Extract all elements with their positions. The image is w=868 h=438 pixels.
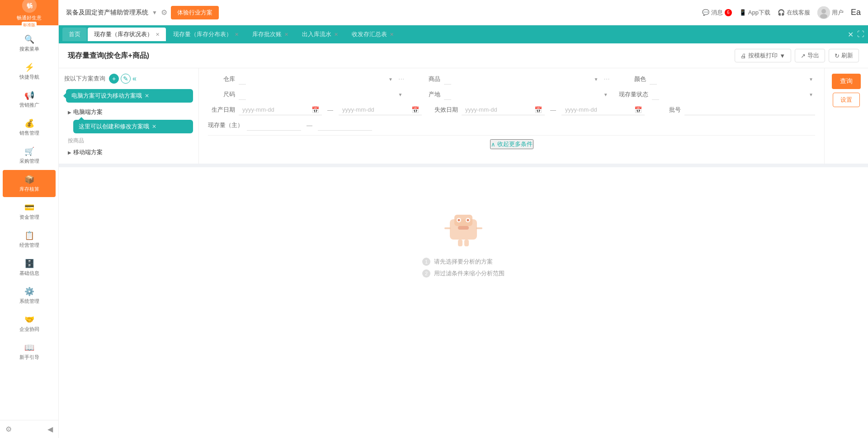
message-item[interactable]: 💬 消息 6 [702,9,732,17]
exp-date-end-input[interactable] [561,104,645,115]
origin-select-wrapper [444,89,609,100]
enterprise-icon: 🤝 [24,315,34,325]
edit-scheme-btn[interactable]: ✎ [121,74,131,84]
sidebar-item-operation[interactable]: 📋 经营管理 [3,226,56,253]
sidebar-item-label-purchase: 采购管理 [19,158,39,165]
sidebar-collapse-icon[interactable]: ◀ [47,425,53,433]
sub-scheme-item: 按商品 [64,137,193,145]
user-avatar [817,6,830,19]
stock-qty-max-input[interactable] [318,120,372,131]
pc-scheme-item[interactable]: ▶ 电脑端方案 [64,106,193,118]
warehouse-label: 仓库 [208,75,235,83]
goods-dots[interactable]: ··· [604,75,609,83]
tab-inventory-dist[interactable]: 现存量（库存分布表） ✕ [167,28,245,41]
print-label: 按模板打印 [748,52,778,60]
tab-batch-account-close[interactable]: ✕ [284,32,288,38]
tab-close-all-icon[interactable]: ✕ [848,30,854,39]
batch-label: 批号 [654,106,681,114]
query-button[interactable]: 查询 [832,74,861,89]
ea-label: Ea [851,8,861,17]
svg-rect-15 [464,240,469,246]
user-label: 用户 [832,9,844,17]
collapse-button[interactable]: ∧ 收起更多条件 [490,139,533,149]
empty-tip2-text: 用过滤条件来缩小分析范围 [434,269,505,278]
sidebar-item-label-sales: 销售管理 [19,130,39,137]
export-button[interactable]: ↗ 导出 [795,49,825,62]
warehouse-dots[interactable]: ··· [398,75,404,83]
sidebar-item-purchase[interactable]: 🛒 采购管理 [3,142,56,169]
header-gear-icon[interactable]: ⚙ [161,8,167,17]
prod-date-calendar-icon[interactable]: 📅 [311,106,319,113]
filter-grid-row3: 生产日期 📅 — 📅 [208,104,815,115]
header-dropdown-icon[interactable]: ▼ [152,9,157,16]
sidebar-item-system[interactable]: ⚙️ 系统管理 [3,282,56,309]
settings-button[interactable]: 设置 [833,93,860,107]
prod-date-end-input[interactable] [339,104,422,115]
warehouse-select[interactable] [239,74,246,85]
goods-select[interactable] [444,74,451,85]
sidebar-item-marketing[interactable]: 📢 营销推广 [3,86,56,113]
collapse-label: 收起更多条件 [497,140,533,148]
sidebar-item-finance[interactable]: 💳 资金管理 [3,198,56,225]
sidebar-settings-icon[interactable]: ⚙ [5,425,12,433]
marketing-icon: 📢 [24,90,34,100]
sidebar-item-basic[interactable]: 🗄️ 基础信息 [3,254,56,281]
logo-area: 畅 畅通好生意 标准版 [0,0,58,25]
tab-recv-summary[interactable]: 收发存汇总表 ✕ [345,28,400,41]
svg-rect-14 [458,240,462,246]
sidebar-item-label-quick-nav: 快捷导航 [19,74,39,80]
scheme-arrow-left[interactable]: « [132,75,137,83]
exp-date-input[interactable] [462,104,545,115]
trial-button[interactable]: 体验行业方案 [171,6,219,19]
sidebar-item-guide[interactable]: 📖 新手引导 [3,338,56,365]
sidebar-item-sales[interactable]: 💰 销售管理 [3,114,56,141]
user-item[interactable]: 用户 [817,6,844,19]
tab-inout-flow-close[interactable]: ✕ [334,32,338,38]
add-scheme-btn[interactable]: + [109,74,119,84]
prod-date-end-calendar-icon[interactable]: 📅 [411,106,419,113]
tab-inventory-status[interactable]: 现存量（库存状况表） ✕ [88,28,166,41]
empty-tip1: 1 请先选择要分析的方案 [422,258,505,266]
tab-inventory-status-close[interactable]: ✕ [156,32,160,38]
prod-date-input[interactable] [239,104,322,115]
exp-date-end-calendar-icon[interactable]: 📅 [634,106,642,113]
message-label: 消息 [711,9,723,17]
tab-recv-summary-close[interactable]: ✕ [390,32,394,38]
main-area: 装备及固定资产辅助管理系统 ▼ ⚙ 体验行业方案 💬 消息 6 📱 App下载 … [59,0,868,438]
stock-qty-min-input[interactable] [247,120,301,131]
refresh-button[interactable]: ↻ 刷新 [829,49,859,62]
sidebar-item-quick-nav[interactable]: ⚡ 快捷导航 [3,58,56,85]
exp-date-calendar-icon[interactable]: 📅 [534,106,542,113]
filter-row-size: 尺码 [208,89,404,100]
sidebar-footer: ⚙ ◀ [0,420,58,438]
app-download-item[interactable]: 📱 App下载 [739,9,770,17]
stock-qty-sep: — [305,122,314,129]
filter-divider [59,164,868,167]
tab-fullscreen-icon[interactable]: ⛶ [857,30,864,38]
tab-inout-flow[interactable]: 出入库流水 ✕ [296,28,344,41]
stock-qty-label: 现存量（主） [208,121,243,129]
print-button[interactable]: 🖨 按模板打印 ▼ [735,49,791,62]
batch-input[interactable] [684,104,815,115]
color-select[interactable] [650,74,657,85]
tab-home[interactable]: 首页 [62,28,87,41]
sidebar-item-search-menu[interactable]: 🔍 搜索菜单 [3,30,56,57]
tab-inventory-dist-close[interactable]: ✕ [235,32,239,38]
filter-top: 按以下方案查询 + ✎ « [64,74,193,84]
size-select-wrapper [239,89,404,100]
empty-state: 1 请先选择要分析的方案 2 用过滤条件来缩小分析范围 [59,167,868,317]
svg-point-9 [458,219,460,221]
online-support-item[interactable]: 🎧 在线客服 [778,9,810,17]
sidebar-item-inventory[interactable]: 📦 库存核算 [3,170,56,197]
tab-inventory-status-label: 现存量（库存状况表） [94,30,153,38]
sidebar-item-label-operation: 经营管理 [19,242,39,249]
mobile-scheme-item[interactable]: ▶ 移动端方案 [64,146,193,158]
origin-select[interactable] [444,89,451,100]
sidebar-item-enterprise[interactable]: 🤝 企业协同 [3,310,56,337]
tooltip2-close[interactable]: ✕ [152,123,156,130]
tooltip1-close[interactable]: ✕ [145,93,149,99]
size-select[interactable] [239,89,246,100]
stock-state-select[interactable] [652,89,659,100]
tab-batch-account[interactable]: 库存批次账 ✕ [246,28,295,41]
prod-date-wrapper: 📅 [239,104,322,115]
